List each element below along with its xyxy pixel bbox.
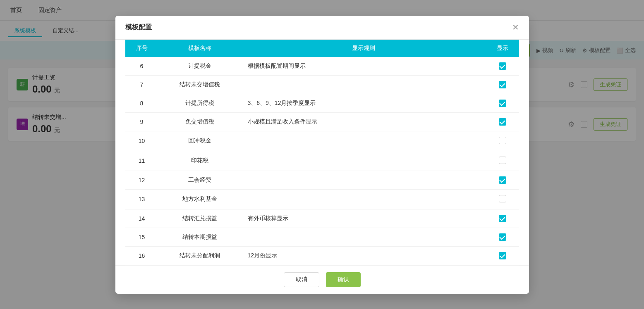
checkbox-9[interactable] — [499, 233, 506, 241]
checkbox-4[interactable] — [499, 137, 506, 144]
cell-name-2: 计提所得税 — [158, 94, 241, 112]
table-header-row: 序号 模板名称 显示规则 显示 — [125, 40, 519, 57]
cell-check-9 — [486, 228, 519, 246]
modal-body: 序号 模板名称 显示规则 显示 6计提税金根据模板配置期间显示7结转未交增值税8… — [115, 40, 529, 265]
cell-id-1: 7 — [125, 75, 158, 94]
cell-rule-5 — [241, 151, 486, 171]
cell-name-6: 工会经费 — [158, 171, 241, 189]
cell-id-2: 8 — [125, 94, 158, 112]
checkbox-3[interactable] — [499, 118, 506, 126]
table-row: 10回冲税金 — [125, 131, 519, 151]
cell-rule-7 — [241, 189, 486, 209]
cell-check-3 — [486, 112, 519, 131]
cell-rule-8: 有外币核算显示 — [241, 209, 486, 228]
th-index: 序号 — [125, 40, 158, 57]
table-row: 11印花税 — [125, 151, 519, 171]
cell-name-9: 结转本期损益 — [158, 228, 241, 246]
cancel-button[interactable]: 取消 — [284, 272, 319, 287]
cell-check-5 — [486, 151, 519, 171]
checkbox-5[interactable] — [499, 157, 506, 164]
cell-check-7 — [486, 189, 519, 209]
checkbox-0[interactable] — [499, 62, 506, 70]
checkbox-7[interactable] — [499, 195, 506, 202]
cell-id-6: 12 — [125, 171, 158, 189]
cell-check-8 — [486, 209, 519, 228]
table-row: 9免交增值税小规模且满足收入条件显示 — [125, 112, 519, 131]
cell-id-7: 13 — [125, 189, 158, 209]
cell-id-10: 16 — [125, 246, 158, 265]
modal-title: 模板配置 — [125, 23, 152, 32]
table-row: 6计提税金根据模板配置期间显示 — [125, 57, 519, 76]
checkbox-10[interactable] — [499, 252, 506, 259]
cell-rule-0: 根据模板配置期间显示 — [241, 57, 486, 76]
config-table: 序号 模板名称 显示规则 显示 6计提税金根据模板配置期间显示7结转未交增值税8… — [125, 40, 519, 265]
cell-check-0 — [486, 57, 519, 76]
cell-name-3: 免交增值税 — [158, 112, 241, 131]
cell-rule-9 — [241, 228, 486, 246]
table-row: 13地方水利基金 — [125, 189, 519, 209]
table-body: 6计提税金根据模板配置期间显示7结转未交增值税8计提所得税3、6、9、12月按季… — [125, 57, 519, 265]
th-display: 显示 — [486, 40, 519, 57]
table-row: 15结转本期损益 — [125, 228, 519, 246]
modal-header: 模板配置 ✕ — [115, 16, 529, 40]
table-row: 14结转汇兑损益有外币核算显示 — [125, 209, 519, 228]
table-row: 8计提所得税3、6、9、12月按季度显示 — [125, 94, 519, 112]
confirm-button[interactable]: 确认 — [326, 272, 361, 287]
checkbox-1[interactable] — [499, 81, 506, 88]
cell-id-8: 14 — [125, 209, 158, 228]
cell-rule-10: 12月份显示 — [241, 246, 486, 265]
cell-id-4: 10 — [125, 131, 158, 151]
checkbox-8[interactable] — [499, 215, 506, 222]
checkbox-2[interactable] — [499, 100, 506, 107]
cell-name-8: 结转汇兑损益 — [158, 209, 241, 228]
cell-name-1: 结转未交增值税 — [158, 75, 241, 94]
cell-name-5: 印花税 — [158, 151, 241, 171]
cell-id-9: 15 — [125, 228, 158, 246]
template-config-modal: 模板配置 ✕ 序号 模板名称 显示规则 显示 6计提税金根据模板配置期间显示7结… — [115, 16, 529, 294]
cell-rule-3: 小规模且满足收入条件显示 — [241, 112, 486, 131]
cell-check-6 — [486, 171, 519, 189]
table-head: 序号 模板名称 显示规则 显示 — [125, 40, 519, 57]
cell-name-7: 地方水利基金 — [158, 189, 241, 209]
modal-close-button[interactable]: ✕ — [512, 23, 519, 31]
cell-rule-4 — [241, 131, 486, 151]
cell-check-4 — [486, 131, 519, 151]
cell-check-1 — [486, 75, 519, 94]
modal-footer: 取消 确认 — [115, 265, 529, 294]
modal-overlay: 模板配置 ✕ 序号 模板名称 显示规则 显示 6计提税金根据模板配置期间显示7结… — [0, 0, 644, 309]
th-rule: 显示规则 — [241, 40, 486, 57]
table-row: 12工会经费 — [125, 171, 519, 189]
checkbox-6[interactable] — [499, 176, 506, 184]
cell-id-5: 11 — [125, 151, 158, 171]
cell-rule-2: 3、6、9、12月按季度显示 — [241, 94, 486, 112]
cell-name-10: 结转未分配利润 — [158, 246, 241, 265]
cell-check-10 — [486, 246, 519, 265]
cell-name-4: 回冲税金 — [158, 131, 241, 151]
table-row: 16结转未分配利润12月份显示 — [125, 246, 519, 265]
cell-rule-1 — [241, 75, 486, 94]
cell-name-0: 计提税金 — [158, 57, 241, 76]
cell-id-0: 6 — [125, 57, 158, 76]
th-name: 模板名称 — [158, 40, 241, 57]
cell-id-3: 9 — [125, 112, 158, 131]
cell-rule-6 — [241, 171, 486, 189]
table-row: 7结转未交增值税 — [125, 75, 519, 94]
cell-check-2 — [486, 94, 519, 112]
